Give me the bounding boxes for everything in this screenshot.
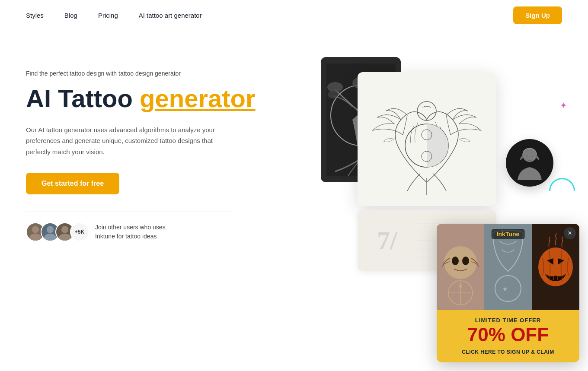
popup-close-button[interactable]: × xyxy=(564,227,576,239)
divider xyxy=(26,212,233,212)
hero-description: Our AI tattoo generator uses advanced al… xyxy=(26,124,233,158)
svg-point-3 xyxy=(44,234,56,241)
hero-content: Find the perfect tattoo design with tatt… xyxy=(26,57,321,241)
popup-overlay: × xyxy=(437,224,579,333)
arc-decoration xyxy=(549,178,575,204)
popup-logo-part1: Ink xyxy=(497,231,505,238)
avatar-group: +5K xyxy=(26,222,89,241)
hero-title: AI Tattoo generator xyxy=(26,85,304,112)
hero-title-part2: generator xyxy=(140,84,256,112)
nav-link-pricing[interactable]: Pricing xyxy=(98,12,118,19)
social-proof: +5K Join other users who uses Inktune fo… xyxy=(26,222,304,241)
popup-offer: LIMITED TIME OFFER 70% OFF CLICK HERE TO… xyxy=(437,310,579,333)
svg-text:7/: 7/ xyxy=(377,226,398,255)
hero-subtitle: Find the perfect tattoo design with tatt… xyxy=(26,70,304,77)
svg-point-0 xyxy=(32,226,39,233)
svg-point-30 xyxy=(462,257,469,265)
svg-point-29 xyxy=(452,257,459,265)
hero-title-part1: AI Tattoo xyxy=(26,84,140,112)
popup-offer-title: LIMITED TIME OFFER xyxy=(445,317,571,323)
signup-button[interactable]: Sign Up xyxy=(513,6,562,24)
sparkle-decoration: ✦ xyxy=(560,100,569,109)
svg-point-28 xyxy=(444,246,477,279)
nav-links: Styles Blog Pricing AI tattoo art genera… xyxy=(26,12,202,19)
tattoo-image-portrait xyxy=(506,139,553,187)
tattoo-image-phoenix xyxy=(358,72,496,206)
avatar-count: +5K xyxy=(70,222,89,241)
svg-point-2 xyxy=(47,226,54,233)
popup-image-tiger xyxy=(437,224,484,310)
nav-link-blog[interactable]: Blog xyxy=(64,12,77,19)
popup-offer-discount: 70% OFF xyxy=(445,325,571,333)
nav-link-styles[interactable]: Styles xyxy=(26,12,44,19)
navbar: Styles Blog Pricing AI tattoo art genera… xyxy=(0,0,588,31)
svg-point-4 xyxy=(61,226,68,233)
popup-logo: InkTune xyxy=(492,229,525,239)
svg-point-11 xyxy=(328,91,338,98)
social-proof-text: Join other users who uses Inktune for ta… xyxy=(95,223,182,241)
popup-logo-part2: Tune xyxy=(505,231,519,238)
nav-link-ai-generator[interactable]: AI tattoo art generator xyxy=(139,12,202,19)
svg-point-1 xyxy=(29,234,41,241)
cta-button[interactable]: Get started for free xyxy=(26,173,119,194)
svg-point-5 xyxy=(59,234,70,241)
svg-point-8 xyxy=(327,82,343,92)
svg-text:★: ★ xyxy=(502,286,508,292)
